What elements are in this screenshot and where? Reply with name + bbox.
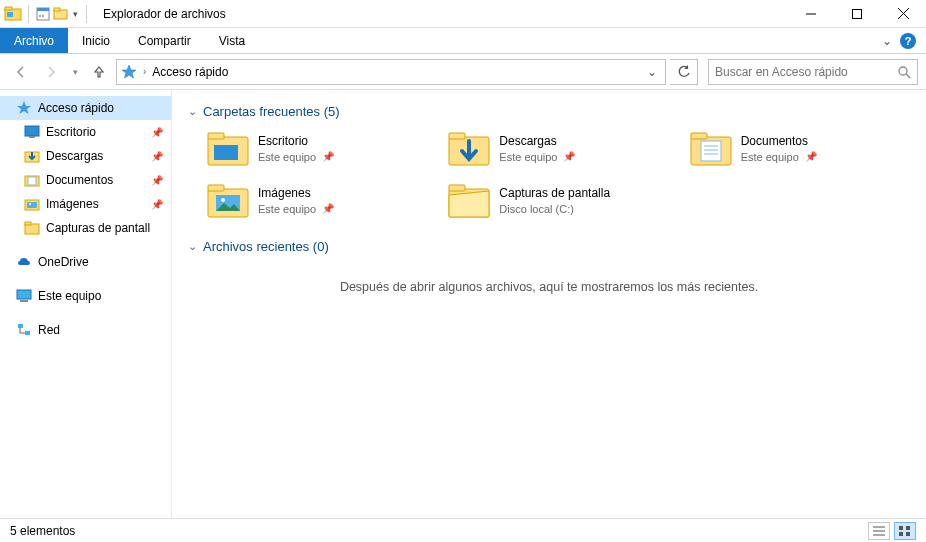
help-icon[interactable]: ? (900, 33, 916, 49)
svg-rect-28 (20, 300, 28, 302)
folder-sub: Este equipo (258, 202, 316, 216)
svg-marker-16 (17, 101, 31, 114)
svg-rect-30 (25, 331, 30, 335)
svg-rect-37 (691, 133, 707, 139)
sidebar-item-label: Escritorio (46, 125, 96, 139)
search-icon[interactable] (897, 65, 911, 79)
sidebar-item-network[interactable]: Red (0, 318, 171, 342)
refresh-button[interactable] (670, 59, 698, 85)
nav-forward-button[interactable] (38, 59, 64, 85)
pin-icon: 📌 (805, 150, 817, 163)
svg-point-14 (899, 67, 907, 75)
qat-separator (28, 5, 29, 23)
svg-point-24 (29, 203, 31, 205)
folder-icon (447, 181, 491, 221)
folder-name: Imágenes (258, 186, 334, 202)
sidebar-item-descargas[interactable]: Descargas 📌 (0, 144, 171, 168)
folder-sub: Este equipo (499, 150, 557, 164)
folder-name: Capturas de pantalla (499, 186, 610, 202)
svg-rect-51 (899, 526, 903, 530)
qat-properties-icon[interactable] (35, 6, 51, 22)
address-bar[interactable]: › Acceso rápido ⌄ (116, 59, 666, 85)
sidebar-item-escritorio[interactable]: Escritorio 📌 (0, 120, 171, 144)
nav-up-button[interactable] (86, 59, 112, 85)
folder-sub: Este equipo (741, 150, 799, 164)
section-recent-files[interactable]: ⌄ Archivos recientes (0) (188, 239, 910, 254)
svg-rect-43 (208, 185, 224, 191)
svg-rect-32 (208, 133, 224, 139)
folder-name: Escritorio (258, 134, 334, 150)
sidebar-item-documentos[interactable]: Documentos 📌 (0, 168, 171, 192)
tab-compartir[interactable]: Compartir (124, 28, 205, 53)
tab-archivo[interactable]: Archivo (0, 28, 68, 53)
sidebar-item-quickaccess[interactable]: Acceso rápido (0, 96, 171, 120)
desktop-folder-icon (206, 129, 250, 169)
sidebar-item-label: Capturas de pantall (46, 221, 150, 235)
folder-escritorio[interactable]: Escritorio Este equipo📌 (206, 129, 427, 169)
tab-vista[interactable]: Vista (205, 28, 259, 53)
sidebar-item-onedrive[interactable]: OneDrive (0, 250, 171, 274)
nav-recent-dropdown[interactable]: ▾ (68, 59, 82, 85)
svg-rect-47 (449, 185, 465, 191)
svg-point-6 (42, 15, 44, 17)
sidebar-item-capturas[interactable]: Capturas de pantall (0, 216, 171, 240)
folder-name: Documentos (741, 134, 817, 150)
svg-rect-54 (906, 532, 910, 536)
pin-icon: 📌 (151, 199, 163, 210)
sidebar-item-label: OneDrive (38, 255, 89, 269)
documents-folder-icon (689, 129, 733, 169)
sidebar-item-label: Acceso rápido (38, 101, 114, 115)
search-box[interactable] (708, 59, 918, 85)
status-item-count: 5 elementos (10, 524, 75, 538)
details-view-button[interactable] (868, 522, 890, 540)
downloads-folder-icon (447, 129, 491, 169)
sidebar-item-label: Red (38, 323, 60, 337)
svg-rect-18 (29, 136, 35, 138)
svg-rect-29 (18, 324, 23, 328)
minimize-button[interactable] (788, 0, 834, 28)
svg-point-45 (221, 198, 225, 202)
navigation-pane: Acceso rápido Escritorio 📌 Descargas 📌 D… (0, 90, 172, 518)
folder-capturas[interactable]: Capturas de pantalla Disco local (C:) (447, 181, 668, 221)
ribbon-expand-icon[interactable]: ⌄ (882, 34, 892, 48)
svg-point-5 (39, 15, 41, 17)
svg-rect-52 (906, 526, 910, 530)
svg-rect-27 (17, 290, 31, 299)
folder-descargas[interactable]: Descargas Este equipo📌 (447, 129, 668, 169)
pin-icon: 📌 (151, 175, 163, 186)
svg-rect-17 (25, 126, 39, 136)
folder-documentos[interactable]: Documentos Este equipo📌 (689, 129, 910, 169)
breadcrumb-sep: › (143, 66, 146, 77)
section-title: Archivos recientes (0) (203, 239, 329, 254)
tab-inicio[interactable]: Inicio (68, 28, 124, 53)
search-input[interactable] (715, 65, 897, 79)
sidebar-item-thispc[interactable]: Este equipo (0, 284, 171, 308)
sidebar-item-imagenes[interactable]: Imágenes 📌 (0, 192, 171, 216)
svg-rect-23 (27, 202, 37, 208)
breadcrumb[interactable]: Acceso rápido (152, 65, 228, 79)
svg-line-15 (906, 74, 910, 78)
svg-rect-4 (37, 8, 49, 11)
sidebar-item-label: Documentos (46, 173, 113, 187)
quickaccess-star-icon (121, 64, 137, 80)
close-button[interactable] (880, 0, 926, 28)
section-frequent-folders[interactable]: ⌄ Carpetas frecuentes (5) (188, 104, 910, 119)
chevron-down-icon: ⌄ (188, 105, 197, 118)
nav-back-button[interactable] (8, 59, 34, 85)
chevron-down-icon: ⌄ (188, 240, 197, 253)
icons-view-button[interactable] (894, 522, 916, 540)
svg-rect-53 (899, 532, 903, 536)
pin-icon: 📌 (563, 150, 575, 163)
qat-newfolder-icon[interactable] (53, 6, 69, 22)
pin-icon: 📌 (322, 150, 334, 163)
content-pane: ⌄ Carpetas frecuentes (5) Escritorio Est… (172, 90, 926, 518)
pin-icon: 📌 (151, 127, 163, 138)
svg-marker-13 (122, 65, 136, 78)
svg-rect-26 (25, 222, 31, 225)
folder-imagenes[interactable]: Imágenes Este equipo📌 (206, 181, 427, 221)
address-dropdown-icon[interactable]: ⌄ (643, 65, 661, 79)
maximize-button[interactable] (834, 0, 880, 28)
svg-rect-38 (701, 141, 721, 161)
pin-icon: 📌 (151, 151, 163, 162)
qat-dropdown-icon[interactable]: ▾ (71, 9, 80, 19)
